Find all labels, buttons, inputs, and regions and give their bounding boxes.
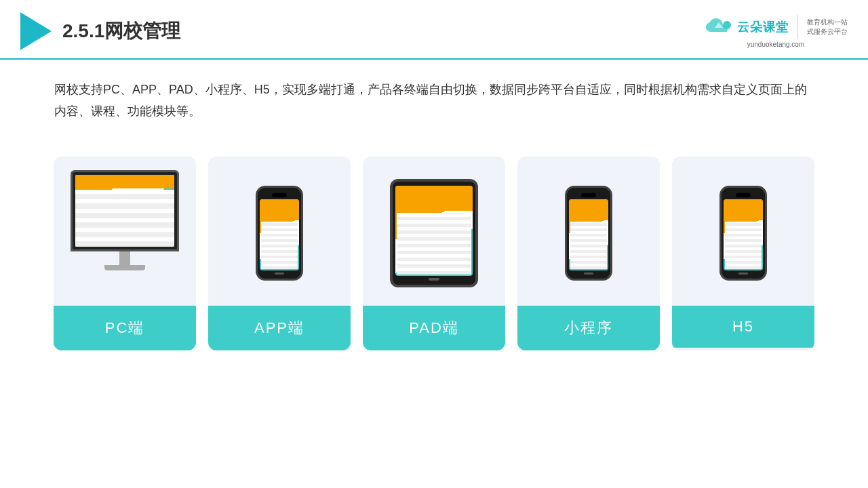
card-app: APP端 <box>208 157 351 350</box>
header-right: 云朵课堂 教育机构一站式服务云平台 yunduoketang.com <box>704 15 848 48</box>
card-app-image <box>208 157 351 306</box>
brand-name: 云朵课堂 <box>737 19 789 35</box>
card-pad: PAD端 <box>363 157 505 350</box>
brand-container: 云朵课堂 教育机构一站式服务云平台 <box>704 15 848 39</box>
card-h5-image <box>672 157 814 306</box>
header: 2.5.1网校管理 云朵课堂 教育机构一站式服务云平台 yunduoketang… <box>0 0 868 60</box>
phone-app-icon <box>256 186 303 281</box>
card-pad-label: PAD端 <box>363 306 505 350</box>
phone-h5-icon <box>719 186 767 281</box>
pc-monitor-icon <box>67 170 182 296</box>
tablet-icon <box>390 179 478 287</box>
card-app-label: APP端 <box>208 306 351 350</box>
description-text: 网校支持PC、APP、PAD、小程序、H5，实现多端打通，产品各终端自由切换，数… <box>0 60 868 129</box>
card-miniapp-image <box>517 157 660 306</box>
card-pc-image <box>54 157 196 306</box>
card-pc-label: PC端 <box>54 306 196 350</box>
phone-miniapp-icon <box>565 186 612 281</box>
brand-domain: yunduoketang.com <box>747 41 805 48</box>
card-pad-image <box>363 157 505 306</box>
svg-point-0 <box>723 21 731 29</box>
cards-container: PC端 APP端 PAD端 <box>0 136 868 371</box>
header-left: 2.5.1网校管理 <box>20 12 180 50</box>
cloud-logo-icon <box>704 17 734 37</box>
page-title: 2.5.1网校管理 <box>62 18 180 44</box>
card-miniapp-label: 小程序 <box>517 306 660 350</box>
card-pc: PC端 <box>54 157 196 350</box>
brand-slogan: 教育机构一站式服务云平台 <box>807 18 848 37</box>
brand-divider <box>797 15 798 39</box>
brand-slogan-area: 教育机构一站式服务云平台 <box>807 18 848 37</box>
logo-triangle-icon <box>20 12 52 50</box>
card-miniapp: 小程序 <box>517 157 660 350</box>
card-h5-label: H5 <box>672 306 814 348</box>
card-h5: H5 <box>672 157 814 350</box>
